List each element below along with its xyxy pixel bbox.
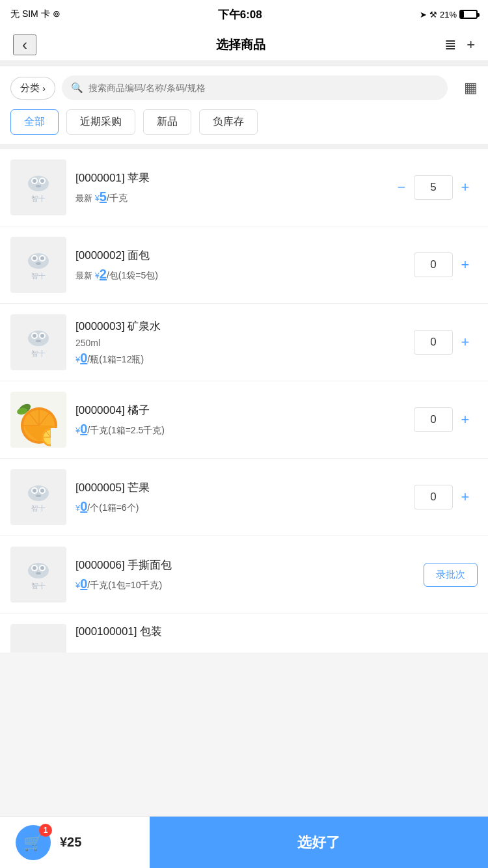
product-info: [0000006] 手撕面包 ¥0/千克(1包=10千克) (75, 558, 414, 591)
nav-bar: ‹ 选择商品 ≣ + (0, 29, 488, 61)
price-unit: /瓶(1箱=12瓶) (87, 354, 144, 364)
svg-point-4 (40, 179, 44, 183)
separator-1 (0, 61, 488, 66)
product-name: [0000002] 面包 (75, 248, 405, 263)
quantity-control: − + (389, 175, 478, 200)
price-latest-label: 最新 (75, 271, 95, 280)
svg-point-35 (33, 566, 36, 570)
price-yen: ¥ (95, 193, 100, 203)
quantity-input[interactable] (414, 252, 453, 277)
scan-icon[interactable]: ▦ (454, 79, 478, 96)
increment-button[interactable]: + (453, 330, 478, 355)
product-price: 最新 ¥2/包(1袋=5包) (75, 267, 405, 282)
battery-fill (461, 11, 464, 18)
svg-point-37 (36, 572, 41, 575)
product-price: ¥0/千克(1包=10千克) (75, 576, 414, 591)
owl-text: 智十 (31, 504, 46, 513)
alarm-icon: ⚒ (429, 10, 437, 20)
product-name: [000100001] 包装 (75, 624, 478, 639)
svg-point-9 (33, 256, 36, 260)
product-spec: 250ml (75, 338, 405, 348)
svg-point-5 (36, 185, 41, 187)
price-unit: /千克 (107, 193, 128, 203)
product-name: [0000005] 芒果 (75, 480, 405, 495)
separator-2 (0, 144, 488, 149)
product-thumbnail: 智十 (10, 547, 66, 603)
location-icon: ➤ (420, 10, 427, 20)
increment-button[interactable]: + (453, 485, 478, 509)
owl-text: 智十 (31, 194, 46, 204)
product-price: 最新 ¥5/千克 (75, 189, 380, 204)
filter-row: 分类 › 🔍 ▦ (0, 66, 488, 109)
category-button[interactable]: 分类 › (10, 77, 55, 100)
svg-point-31 (36, 495, 41, 497)
page-title: 选择商品 (36, 36, 444, 53)
svg-point-30 (40, 489, 44, 493)
search-icon: 🔍 (71, 82, 83, 94)
svg-point-36 (40, 566, 44, 570)
price-unit: /千克(1箱=2.5千克) (87, 425, 165, 435)
price-unit: /个(1箱=6个) (87, 502, 139, 513)
tab-negative[interactable]: 负库存 (199, 109, 258, 135)
battery-icon (459, 10, 478, 19)
increment-button[interactable]: + (453, 175, 478, 200)
increment-button[interactable]: + (453, 252, 478, 277)
category-label: 分类 (20, 82, 40, 94)
product-item: 智十 [0000001] 苹果 最新 ¥5/千克 − + (0, 149, 488, 226)
confirm-button[interactable]: 选好了 (150, 817, 488, 869)
product-price: ¥0/千克(1箱=2.5千克) (75, 422, 405, 437)
price-yen: ¥ (95, 271, 100, 280)
product-price: ¥0/瓶(1箱=12瓶) (75, 351, 405, 366)
quantity-input[interactable] (414, 330, 453, 355)
status-bar: 无 SIM 卡 ⊚ 下午6:08 ➤ ⚒ 21% (0, 0, 488, 29)
tab-new[interactable]: 新品 (143, 109, 191, 135)
owl-text: 智十 (31, 271, 46, 281)
owl-logo: 智十 (25, 327, 51, 359)
product-name: [0000001] 苹果 (75, 170, 380, 185)
quantity-control: + (414, 407, 478, 432)
price-value: 0 (80, 422, 87, 436)
svg-point-11 (36, 262, 41, 265)
quantity-control: 录批次 (424, 563, 478, 587)
back-button[interactable]: ‹ (13, 34, 36, 55)
price-value: 0 (80, 499, 87, 513)
owl-logo: 智十 (25, 559, 51, 591)
quantity-input[interactable] (414, 407, 453, 432)
search-box: 🔍 (62, 75, 448, 100)
cart-icon-wrap[interactable]: 🛒 1 (16, 825, 51, 860)
svg-point-10 (40, 256, 44, 260)
product-info: [0000003] 矿泉水 250ml ¥0/瓶(1箱=12瓶) (75, 319, 405, 366)
product-info: [0000004] 橘子 ¥0/千克(1箱=2.5千克) (75, 403, 405, 437)
batch-button[interactable]: 录批次 (424, 563, 478, 587)
product-item: 智十 [0000003] 矿泉水 250ml ¥0/瓶(1箱=12瓶) + (0, 304, 488, 381)
cart-section: 🛒 1 ¥25 (0, 825, 150, 860)
decrement-button[interactable]: − (389, 175, 414, 200)
price-unit: /包(1袋=5包) (107, 270, 158, 280)
quantity-control: + (414, 485, 478, 509)
nav-actions: ≣ + (444, 36, 475, 53)
category-chevron: › (42, 83, 46, 94)
price-latest-label: 最新 (75, 193, 95, 203)
cart-total: ¥25 (60, 835, 81, 850)
quantity-control: + (414, 252, 478, 277)
product-item: 智十 [0000005] 芒果 ¥0/个(1箱=6个) + (0, 459, 488, 536)
product-thumbnail: 智十 (10, 469, 66, 525)
owl-text: 智十 (31, 581, 46, 591)
status-time: 下午6:08 (218, 7, 262, 22)
product-thumbnail: 智十 (10, 314, 66, 370)
product-info: [0000005] 芒果 ¥0/个(1箱=6个) (75, 480, 405, 514)
search-input[interactable] (88, 83, 439, 93)
product-thumbnail (10, 624, 66, 653)
cart-badge: 1 (39, 824, 52, 837)
price-unit: /千克(1包=10千克) (87, 580, 162, 590)
svg-point-6 (28, 253, 49, 269)
tab-recent[interactable]: 近期采购 (66, 109, 135, 135)
add-icon[interactable]: + (467, 36, 475, 53)
quantity-input[interactable] (414, 175, 453, 200)
increment-button[interactable]: + (453, 407, 478, 432)
svg-point-12 (28, 331, 49, 346)
quantity-control: + (414, 330, 478, 355)
tab-all[interactable]: 全部 (10, 109, 59, 135)
filter-icon[interactable]: ≣ (444, 36, 456, 53)
quantity-input[interactable] (414, 485, 453, 509)
